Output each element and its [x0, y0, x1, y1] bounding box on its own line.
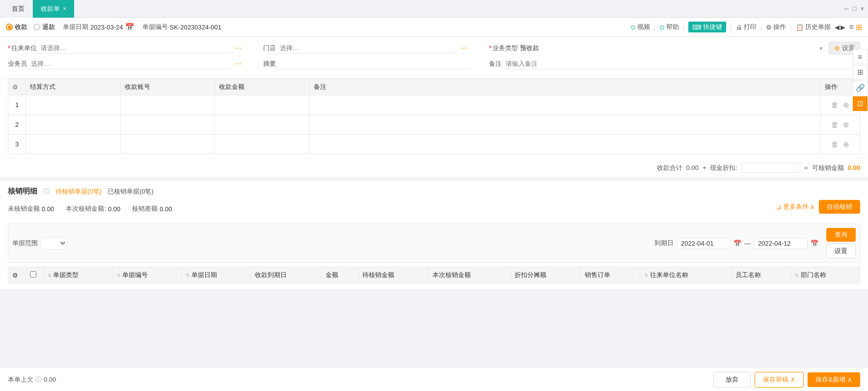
col-account: 收款账号 [120, 79, 215, 95]
restore-btn[interactable]: □ [853, 5, 857, 12]
remark-input[interactable] [504, 58, 860, 69]
discount-input[interactable] [741, 163, 800, 173]
date-from-input[interactable] [677, 238, 731, 249]
receipt-table: ⚙ 结算方式 收款账号 收款金额 备注 操作 [8, 79, 860, 154]
counterpart-more-btn[interactable]: ··· [233, 44, 244, 53]
sidebar-icon-3[interactable]: 🔗 [853, 81, 868, 95]
col-remark-label: 备注 [314, 83, 326, 90]
calendar-icon[interactable]: 📅 [125, 23, 135, 31]
done-tab[interactable]: 已核销单据(0笔) [108, 187, 154, 196]
grid-view-icon[interactable]: ⊞ [856, 23, 862, 32]
select-all-checkbox[interactable] [30, 271, 36, 278]
delete-row-1-btn[interactable]: 🗑 [831, 101, 839, 109]
doc-range-field: 单据范围 ▾ [12, 237, 65, 250]
prev-arrow[interactable]: ◀ [835, 24, 840, 31]
list-view-icon[interactable]: ≡ [849, 23, 854, 31]
tab-home[interactable]: 首页 [4, 0, 33, 18]
shortcut-btn[interactable]: ⌨ 快捷键 [688, 22, 726, 32]
table-gear-icon-2: ⚙ [12, 272, 18, 279]
verify-table: ⚙ ⇅ 单据类型 ⇅ 单据编号 ⇅ 单据日期 收款到期日 [8, 267, 860, 283]
draft-btn[interactable]: 保存草稿 ∧ [755, 372, 804, 388]
query-btn[interactable]: 查询 [826, 228, 856, 242]
sidebar-icon-2[interactable]: ⊞ [853, 65, 868, 80]
chevron-up-icon: ∧ [790, 376, 795, 383]
filter-buttons: 查询 设置 [826, 228, 856, 258]
filter-settings-btn[interactable]: 设置 [826, 244, 856, 258]
verify-info-icon[interactable]: ⓘ [43, 187, 50, 196]
auto-verify-btn[interactable]: 自动核销 [819, 200, 860, 214]
row-remark-3[interactable] [310, 135, 821, 154]
row-account-1[interactable] [120, 95, 215, 115]
video-btn[interactable]: ⊙ 视频 [630, 23, 650, 31]
history-btn[interactable]: 📋 历史单据 [796, 23, 831, 31]
col-doc-no: ⇅ 单据编号 [112, 267, 182, 283]
sidebar-icon-1[interactable]: ≡ [853, 49, 868, 64]
remark-label: 备注 [489, 59, 502, 68]
date-to-input[interactable] [754, 238, 808, 249]
this-slip-label: 本单上欠 [8, 375, 33, 384]
toolbar-actions: ⊙ 视频 | ⊙ 帮助 | ⌨ 快捷键 | 🖨 打印 | ⚙ 操作 | 📋 历史… [630, 22, 862, 32]
row-settlement-3[interactable] [26, 135, 121, 154]
form-row-2: 业务员 ··· 摘要 备注 [8, 58, 860, 69]
more-conditions-btn[interactable]: ⊿ 更多条件 ∧ [776, 202, 815, 211]
ops-icon: ⚙ [766, 24, 772, 31]
radio-refund[interactable]: 退款 [33, 23, 55, 31]
available-label: 可核销金额 [812, 164, 844, 172]
calendar-to-icon[interactable]: 📅 [811, 240, 818, 247]
sidebar-icon-4[interactable]: ⊡ [853, 96, 868, 111]
view-icons: ≡ ⊞ [849, 23, 862, 32]
print-btn[interactable]: 🖨 打印 [736, 23, 757, 31]
chevron-up-icon-2: ∧ [847, 376, 852, 383]
form-section: 往来单位 ··· 门店 ··· 业务类型 预收款 ▾ ⚙ 设置 业务员 [0, 37, 868, 79]
summary-input[interactable] [278, 58, 469, 69]
keyboard-icon: ⌨ [692, 24, 702, 31]
tab-receipt[interactable]: 收款单 × [33, 0, 74, 18]
col-sales-order: 销售订单 [581, 267, 640, 283]
delete-row-2-btn[interactable]: 🗑 [831, 120, 839, 129]
row-amount-1[interactable] [215, 95, 310, 115]
radio-receipt[interactable]: 收款 [6, 23, 27, 31]
staff-more-btn[interactable]: ··· [233, 59, 244, 68]
row-remark-2[interactable] [310, 115, 821, 135]
row-settlement-1[interactable] [26, 95, 121, 115]
close-btn[interactable]: × [860, 5, 864, 12]
delete-row-3-btn[interactable]: 🗑 [831, 140, 839, 148]
total-label: 收款合计 [657, 164, 682, 172]
table-settings-header[interactable]: ⚙ [8, 79, 26, 95]
row-amount-3[interactable] [215, 135, 310, 154]
calendar-from-icon[interactable]: 📅 [733, 240, 741, 247]
copy-row-3-btn[interactable]: ⊕ [843, 140, 849, 148]
counterpart-input[interactable] [39, 43, 231, 54]
row-settlement-2[interactable] [26, 115, 121, 135]
biz-type-select[interactable]: 预收款 ▾ [520, 44, 823, 53]
help-btn[interactable]: ⊙ 帮助 [659, 23, 679, 31]
current-verify-label: 本次核销金额: [66, 204, 106, 213]
row-account-3[interactable] [120, 135, 215, 154]
save-new-btn[interactable]: 保存&新增 ∧ [808, 372, 860, 387]
col-checkbox[interactable] [26, 267, 44, 283]
doc-range-select[interactable] [41, 237, 67, 250]
row-account-2[interactable] [120, 115, 215, 135]
tab-close-icon[interactable]: × [63, 5, 66, 12]
col-check-settings[interactable]: ⚙ [8, 267, 26, 283]
ops-btn[interactable]: ⚙ 操作 [766, 23, 786, 31]
verify-filter-area: ⊿ 更多条件 ∧ 自动核销 [776, 200, 860, 214]
print-icon: 🖨 [736, 24, 742, 31]
pending-tab[interactable]: 待核销单据(0笔) [55, 187, 102, 196]
col-amount: 收款金额 [215, 79, 310, 95]
footer-info-icon[interactable]: ⓘ [35, 375, 42, 384]
minimize-btn[interactable]: ─ [844, 5, 848, 12]
store-input[interactable] [278, 43, 457, 54]
unverified-stat: 未核销金额 0.00 [8, 204, 54, 213]
chevron-up-icon: ∧ [810, 203, 815, 211]
copy-row-1-btn[interactable]: ⊕ [843, 101, 849, 109]
copy-row-2-btn[interactable]: ⊕ [843, 120, 849, 129]
col-settlement: 结算方式 [26, 79, 121, 95]
window-controls: ─ □ × [844, 5, 864, 12]
next-arrow[interactable]: ▶ [841, 24, 845, 31]
row-remark-1[interactable] [310, 95, 821, 115]
abandon-btn[interactable]: 放弃 [713, 372, 751, 388]
store-more-btn[interactable]: ··· [459, 44, 469, 53]
row-amount-2[interactable] [215, 115, 310, 135]
staff-input[interactable] [29, 58, 231, 69]
